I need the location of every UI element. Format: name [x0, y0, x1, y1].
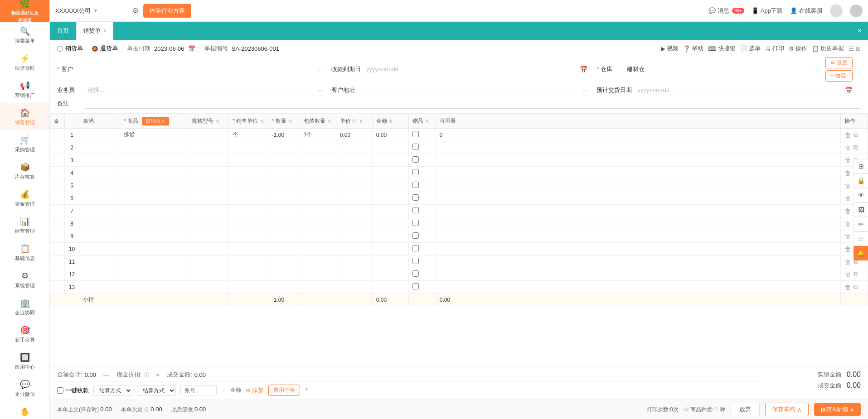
- row-delete-icon[interactable]: 🗑: [844, 284, 851, 291]
- sidebar-item-system[interactable]: ⚙ 系统管理: [0, 266, 49, 294]
- warehouse-dots-icon[interactable]: ···: [814, 66, 819, 73]
- save-draft-button[interactable]: 保存草稿 ∧: [765, 403, 809, 416]
- salesperson-input[interactable]: [85, 85, 313, 95]
- fee-split-button[interactable]: 费用分摊: [268, 385, 300, 396]
- view-grid-icon[interactable]: ⊞: [856, 45, 861, 52]
- customer-dots-icon[interactable]: ···: [317, 66, 322, 73]
- row-delete-icon[interactable]: 🗑: [844, 131, 851, 139]
- settlement-method[interactable]: 结算方式: [137, 385, 176, 396]
- warehouse-input[interactable]: [624, 64, 810, 74]
- radio-return-input[interactable]: [92, 46, 98, 52]
- customer-address-input[interactable]: [359, 85, 578, 95]
- row-gift[interactable]: [408, 141, 436, 154]
- view-list-icon[interactable]: ☰: [849, 45, 854, 52]
- action-shortcut[interactable]: ⌨ 快捷键: [708, 44, 736, 53]
- row-barcode[interactable]: [79, 141, 120, 154]
- row-barcode[interactable]: [79, 230, 120, 243]
- sidebar-item-enterprise[interactable]: 🏢 企业协同: [0, 294, 49, 321]
- company-selector[interactable]: XXXXXX公司 ▼: [55, 7, 128, 15]
- add-payment-btn[interactable]: ⊕ 添加: [246, 386, 264, 395]
- app-download-btn[interactable]: 📱 App下载: [752, 7, 783, 15]
- float-eye-btn[interactable]: 👁: [853, 188, 868, 202]
- sidebar-item-vip[interactable]: ✋ 畅会员: [0, 402, 49, 419]
- row-gift[interactable]: [408, 281, 436, 294]
- row-barcode[interactable]: [79, 255, 120, 268]
- sidebar-item-wechat[interactable]: 💬 企业微信: [0, 375, 49, 402]
- message-btn[interactable]: 💬 消息 99+: [708, 7, 744, 15]
- th-settings[interactable]: ⚙: [50, 114, 65, 129]
- float-expand-btn[interactable]: ⊞: [853, 159, 868, 173]
- sidebar-item-shortcuts[interactable]: ⚡ 快捷导航: [0, 49, 49, 76]
- discard-button[interactable]: 放弃: [731, 403, 760, 416]
- sidebar-item-search[interactable]: 🔍 搜索菜单: [0, 22, 49, 49]
- float-notification-btn[interactable]: 🔔: [853, 246, 868, 260]
- row-gift[interactable]: [408, 217, 436, 230]
- row-copy-icon[interactable]: ⧉: [853, 144, 858, 151]
- setup-button[interactable]: ⚙ 设置: [825, 57, 853, 68]
- row-gift[interactable]: [408, 154, 436, 167]
- float-lock-btn[interactable]: 🔒: [853, 173, 868, 188]
- row-barcode[interactable]: [79, 281, 120, 294]
- row-barcode[interactable]: [79, 192, 120, 205]
- customer-input[interactable]: [85, 64, 313, 74]
- account-input[interactable]: [180, 385, 217, 395]
- float-star-btn[interactable]: ☆: [853, 231, 868, 246]
- row-gift[interactable]: [408, 230, 436, 243]
- row-delete-icon[interactable]: 🗑: [844, 258, 851, 265]
- row-gift[interactable]: [408, 129, 436, 141]
- row-delete-icon[interactable]: 🗑: [844, 207, 851, 215]
- row-gift[interactable]: [408, 167, 436, 179]
- row-gift[interactable]: [408, 255, 436, 268]
- expected-date-cal-icon[interactable]: 📅: [845, 87, 853, 94]
- row-gift[interactable]: [408, 268, 436, 281]
- row-delete-icon[interactable]: 🗑: [844, 169, 851, 177]
- sidebar-item-guide[interactable]: 🎯 新手引导: [0, 321, 49, 348]
- settlement-select[interactable]: 结算方式: [93, 385, 132, 396]
- save-new-button[interactable]: 保存&新增 ∧: [814, 403, 861, 416]
- customer-address-dots-icon[interactable]: ···: [582, 87, 587, 94]
- row-delete-icon[interactable]: 🗑: [844, 157, 851, 164]
- radio-sale[interactable]: 销货单: [57, 44, 83, 53]
- expected-date-input[interactable]: [635, 85, 840, 95]
- tab-salesbill[interactable]: 销货单 ×: [76, 22, 113, 40]
- onepay-checkbox[interactable]: [57, 387, 63, 394]
- row-copy-icon[interactable]: ⧉: [853, 270, 858, 278]
- action-print[interactable]: 🖨 打印: [765, 44, 784, 53]
- action-video[interactable]: ▶ 视频: [661, 44, 679, 53]
- action-choosebill[interactable]: 📄 选单: [740, 44, 761, 53]
- onepay-checkbox-item[interactable]: 一键收款: [57, 386, 89, 395]
- row-barcode[interactable]: [79, 154, 120, 167]
- row-gift[interactable]: [408, 243, 436, 255]
- row-delete-icon[interactable]: 🗑: [844, 271, 851, 278]
- salesperson-dots-icon[interactable]: ···: [317, 87, 322, 94]
- header-gear-icon[interactable]: ⚙: [132, 6, 139, 15]
- tab-close-icon[interactable]: ×: [103, 28, 107, 34]
- action-help[interactable]: ❓ 帮助: [683, 44, 703, 53]
- row-barcode[interactable]: [79, 167, 120, 179]
- row-gift[interactable]: [408, 179, 436, 192]
- logistics-button[interactable]: + 物流: [825, 70, 853, 82]
- row-delete-icon[interactable]: 🗑: [844, 246, 851, 253]
- action-history[interactable]: 📋 历史单据: [812, 44, 844, 53]
- row-barcode[interactable]: [79, 268, 120, 281]
- action-operate[interactable]: ⚙ 操作: [789, 44, 807, 53]
- sidebar-item-finance[interactable]: 💰 资金管理: [0, 185, 49, 212]
- row-barcode[interactable]: [79, 129, 120, 141]
- scan-barcode-button[interactable]: 扫码录入: [142, 117, 169, 125]
- sidebar-item-sales[interactable]: 🏠 销售管理: [0, 103, 49, 130]
- trial-button[interactable]: 体验行业方案: [143, 4, 191, 18]
- row-gift[interactable]: [408, 192, 436, 205]
- float-edit-btn[interactable]: ✏: [853, 217, 868, 231]
- float-image-btn[interactable]: 🖼: [853, 202, 868, 217]
- sidebar-item-basic[interactable]: 📋 基础信息: [0, 239, 49, 266]
- row-delete-icon[interactable]: 🗑: [844, 233, 851, 240]
- tab-home[interactable]: 首页: [50, 22, 76, 40]
- row-delete-icon[interactable]: 🗑: [844, 182, 851, 189]
- avatar2[interactable]: [850, 5, 863, 17]
- row-barcode[interactable]: [79, 243, 120, 255]
- sidebar-item-marketing[interactable]: 📢 营销推广: [0, 76, 49, 103]
- row-copy-icon[interactable]: ⧉: [853, 283, 858, 291]
- tab-bar-close-btn[interactable]: ×: [851, 27, 868, 35]
- row-barcode[interactable]: [79, 205, 120, 217]
- payment-due-input[interactable]: [364, 64, 575, 74]
